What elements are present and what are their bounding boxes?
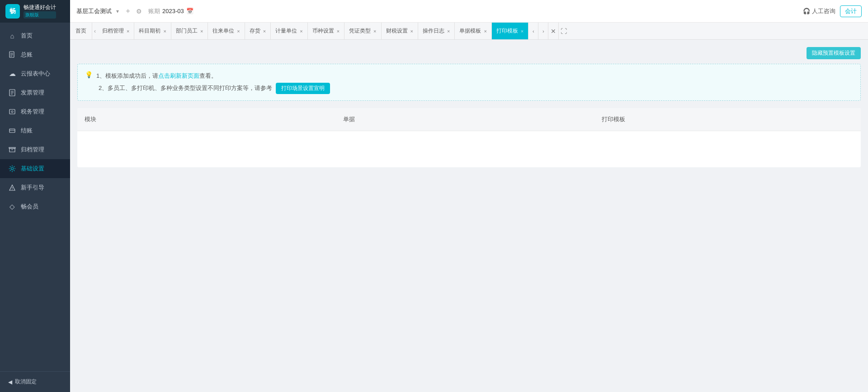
tab-subjects[interactable]: 科目期初 × xyxy=(134,23,171,39)
tab-close-department[interactable]: × xyxy=(200,28,203,34)
info-line-1: 1、模板添加成功后，请点击刷新新页面查看。 xyxy=(96,71,217,81)
tab-close-print[interactable]: × xyxy=(521,28,524,34)
tab-label-counterparty: 往来单位 xyxy=(212,27,234,35)
sidebar-item-tax[interactable]: 税务管理 xyxy=(0,102,70,121)
invoice-icon xyxy=(8,89,16,97)
topbar-right: 🎧 人工咨询 会计 xyxy=(803,5,862,17)
company-dropdown-arrow[interactable]: ▾ xyxy=(116,8,119,14)
settlement-icon xyxy=(8,127,16,135)
sidebar-item-label-guide: 新手引导 xyxy=(21,184,44,192)
bulb-icon: 💡 xyxy=(85,71,93,78)
add-company-btn[interactable]: ＋ xyxy=(124,6,132,16)
guide-icon xyxy=(8,184,16,192)
info-line1-suffix: 查看。 xyxy=(199,72,217,79)
tab-close-currency[interactable]: × xyxy=(337,28,340,34)
sidebar-item-archive[interactable]: 归档管理 xyxy=(0,140,70,159)
tab-close-archive[interactable]: × xyxy=(127,28,129,34)
tab-close-single[interactable]: × xyxy=(484,28,486,34)
svg-point-9 xyxy=(11,111,13,113)
tab-close-counterparty[interactable]: × xyxy=(237,28,240,34)
tab-tax-settings[interactable]: 财税设置 × xyxy=(382,23,418,39)
logo-text-area: 畅捷通好会计 旗舰版 xyxy=(24,4,56,19)
sidebar-item-home[interactable]: ⌂ 首页 xyxy=(0,26,70,45)
sidebar-item-label-settlement: 结账 xyxy=(21,127,33,135)
ledger-icon xyxy=(8,51,16,59)
print-scene-btn[interactable]: 打印场景设置宣明 xyxy=(276,83,330,94)
logo-icon: 畅 xyxy=(5,4,20,19)
tab-operation-log[interactable]: 操作日志 × xyxy=(418,23,455,39)
tab-measure-unit[interactable]: 计量单位 × xyxy=(271,23,307,39)
sidebar-item-invoice[interactable]: 发票管理 xyxy=(0,83,70,102)
sidebar-item-label-reports: 云报表中心 xyxy=(21,70,50,78)
tab-home[interactable]: 首页 xyxy=(70,23,92,39)
sidebar-item-member[interactable]: ◇ 畅会员 xyxy=(0,197,70,216)
kuaiji-button[interactable]: 会计 xyxy=(840,5,862,17)
svg-rect-10 xyxy=(9,129,15,132)
info-line1-prefix: 1、模板添加成功后，请 xyxy=(96,72,158,79)
tab-prev-btn[interactable]: ‹ xyxy=(528,23,538,39)
tab-next-btn[interactable]: › xyxy=(538,23,548,39)
sidebar-logo: 畅 畅捷通好会计 旗舰版 xyxy=(0,0,70,23)
tab-voucher-type[interactable]: 凭证类型 × xyxy=(344,23,381,39)
sidebar-item-settings[interactable]: 基础设置 xyxy=(0,159,70,178)
tab-close-inventory[interactable]: × xyxy=(263,28,266,34)
sidebar-item-label-member: 畅会员 xyxy=(21,203,38,211)
archive-icon xyxy=(8,146,16,154)
tab-close-measure[interactable]: × xyxy=(300,28,302,34)
sidebar-item-label-ledger: 总账 xyxy=(21,51,33,59)
tab-label-log: 操作日志 xyxy=(423,27,444,35)
sidebar-item-reports[interactable]: ☁ 云报表中心 xyxy=(0,64,70,83)
cloud-icon: ☁ xyxy=(8,70,16,78)
sidebar-nav: ⌂ 首页 总账 ☁ 云报表中心 发票管理 税务管理 xyxy=(0,23,70,371)
tab-close-all-btn[interactable]: ✕ xyxy=(548,23,558,39)
tab-counterparty[interactable]: 往来单位 × xyxy=(208,23,245,39)
th-module: 模块 xyxy=(77,113,336,126)
tab-scroll-left[interactable]: ‹ xyxy=(92,28,98,34)
sidebar-item-label-home: 首页 xyxy=(21,32,33,40)
tab-single-doc[interactable]: 单据模板 × xyxy=(455,23,491,39)
th-document: 单据 xyxy=(336,113,594,126)
table-header: 模块 单据 打印模板 xyxy=(77,108,861,131)
tab-label-print: 打印模板 xyxy=(496,27,518,35)
calendar-icon[interactable]: 📅 xyxy=(186,8,193,14)
sidebar: 畅 畅捷通好会计 旗舰版 ⌂ 首页 总账 ☁ 云报表中心 发票管理 xyxy=(0,0,70,392)
tab-label-measure: 计量单位 xyxy=(275,27,297,35)
member-icon: ◇ xyxy=(8,203,16,211)
unpin-label: 取消固定 xyxy=(15,378,37,386)
tab-inventory[interactable]: 存货 × xyxy=(245,23,271,39)
period-label: 账期 xyxy=(148,7,160,15)
sidebar-item-guide[interactable]: 新手引导 xyxy=(0,178,70,197)
tab-department[interactable]: 部门员工 × xyxy=(171,23,208,39)
tab-label-department: 部门员工 xyxy=(176,27,198,35)
table-body xyxy=(77,131,861,167)
tab-archive-mgmt[interactable]: 归档管理 × xyxy=(98,23,134,39)
svg-point-16 xyxy=(12,189,12,189)
tab-close-voucher[interactable]: × xyxy=(373,28,376,34)
tab-label-single: 单据模板 xyxy=(459,27,481,35)
content-area: 隐藏预置模板设置 💡 1、模板添加成功后，请点击刷新新页面查看。 2、多员工、多… xyxy=(70,40,868,392)
ai-consult-btn[interactable]: 🎧 人工咨询 xyxy=(803,7,835,15)
topbar: 基层工会测试 ▾ ＋ ⚙ 账期 2023-03 📅 🎧 人工咨询 会计 xyxy=(70,0,868,23)
sidebar-item-label-invoice: 发票管理 xyxy=(21,89,44,97)
tab-close-log[interactable]: × xyxy=(447,28,450,34)
tab-label-currency: 币种设置 xyxy=(312,27,334,35)
unpin-icon: ◀ xyxy=(8,379,12,385)
sidebar-item-ledger[interactable]: 总账 xyxy=(0,45,70,64)
sidebar-item-settlement[interactable]: 结账 xyxy=(0,121,70,140)
sidebar-unpin-btn[interactable]: ◀ 取消固定 xyxy=(0,371,70,392)
tab-currency[interactable]: 币种设置 × xyxy=(308,23,344,39)
tab-close-subjects[interactable]: × xyxy=(163,28,166,34)
tab-close-tax[interactable]: × xyxy=(410,28,413,34)
sidebar-item-label-settings: 基础设置 xyxy=(21,165,44,173)
hide-template-settings-btn[interactable]: 隐藏预置模板设置 xyxy=(807,47,861,59)
refresh-link[interactable]: 点击刷新新页面 xyxy=(158,72,199,79)
tab-print-template[interactable]: 打印模板 × xyxy=(492,23,528,39)
ai-consult-label: 人工咨询 xyxy=(812,7,835,15)
info-line-2: 2、多员工、多打印机、多种业务类型设置不同打印方案等，请参考 打印场景设置宣明 xyxy=(99,83,332,94)
tab-label-subjects: 科目期初 xyxy=(139,27,160,35)
tab-expand-btn[interactable]: ⛶ xyxy=(558,23,568,39)
settings-gear-icon[interactable]: ⚙ xyxy=(136,8,142,15)
tab-label-tax: 财税设置 xyxy=(386,27,408,35)
home-tab-label: 首页 xyxy=(75,27,86,35)
info-row-2: 2、多员工、多打印机、多种业务类型设置不同打印方案等，请参考 打印场景设置宣明 xyxy=(85,83,853,94)
